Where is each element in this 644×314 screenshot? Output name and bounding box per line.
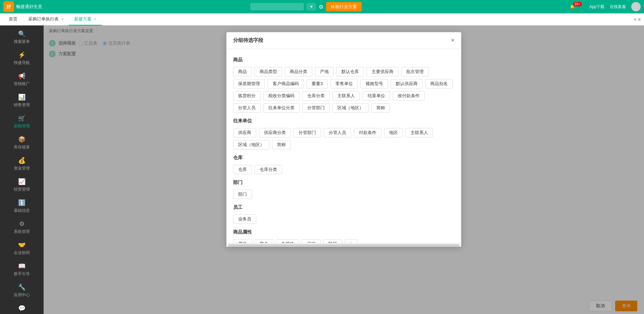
field-tag[interactable]: 仓库分类 [302, 91, 330, 101]
section-title-department: 部门 [233, 180, 454, 186]
field-tag[interactable]: 仓库 [233, 165, 252, 174]
field-tag[interactable]: 部门 [233, 190, 252, 199]
sidebar-label-inventory: 库存核算 [14, 144, 30, 150]
experience-btn[interactable]: 体验行业方案 [326, 2, 362, 11]
sidebar-label-operations: 经营管理 [14, 187, 30, 192]
tab-purchase-order[interactable]: 采购订单执行表 × [23, 13, 69, 25]
nav-more-btn[interactable]: ≡ [638, 17, 641, 22]
guide-icon: 📖 [18, 262, 25, 270]
field-tag[interactable]: 商品类型 [255, 67, 282, 76]
field-tag[interactable]: 默认仓库 [336, 67, 364, 76]
field-tag[interactable]: 简称 [272, 140, 291, 149]
tab-close-purchase[interactable]: × [61, 17, 63, 21]
section-title-product-attr: 商品属性 [233, 229, 454, 235]
field-tags-employee: 业务员 [233, 214, 454, 224]
field-tag[interactable]: 1 [345, 239, 357, 243]
field-tag[interactable]: 分管部门 [302, 103, 330, 113]
sidebar-item-basic-info[interactable]: ℹ️ 基础信息 [0, 196, 44, 217]
system-icon: ⚙ [19, 220, 24, 228]
tab-close-new-plan[interactable]: × [94, 17, 96, 21]
field-tag[interactable]: 简称 [371, 103, 390, 113]
field-tag[interactable]: 属性 [233, 239, 252, 243]
sidebar-item-sales[interactable]: 📊 销售管理 [0, 90, 44, 111]
field-tag[interactable]: 付款条件 [354, 128, 381, 137]
field-tag[interactable]: 重量3 [307, 79, 328, 88]
field-tag[interactable]: 区域（地区） [233, 140, 269, 149]
field-tag[interactable]: 规格型号 [361, 79, 388, 88]
sidebar-label-app-center: 应用中心 [14, 292, 30, 298]
header-search-input[interactable] [250, 3, 304, 10]
field-tag[interactable]: 批次管理 [401, 67, 429, 76]
top-header: 好 畅捷通好生意 ▼ ⚙ 体验行业方案 🔔99+ App下载 在线客服 [0, 0, 644, 13]
field-tag[interactable]: 往来单位分类 [263, 103, 300, 113]
sidebar-item-search-menu[interactable]: 🔍 搜索菜单 [0, 27, 44, 48]
modal-h-scrollbar[interactable] [226, 243, 461, 247]
sidebar-label-system: 系统管理 [14, 229, 30, 235]
modal-overlay: 分组待选字段 × 商品 商品 商品类型 商品分类 产地 默认仓库 主要供应商 批… [44, 25, 644, 314]
sidebar-label-marketing: 营销推广 [14, 81, 30, 87]
field-tag[interactable]: 税收分类编码 [263, 91, 300, 101]
app-download-link[interactable]: App下载 [589, 4, 604, 10]
sidebar-label-finance: 资金管理 [14, 166, 30, 171]
field-tag[interactable]: 结算单位 [363, 91, 390, 101]
field-tag[interactable]: 产地 [315, 67, 334, 76]
sidebar-label-purchase: 采购管理 [14, 123, 30, 129]
field-tags-product: 商品 商品类型 商品分类 产地 默认仓库 主要供应商 批次管理 保质期管理 客户… [233, 67, 454, 113]
field-tag[interactable]: 分管人员 [324, 128, 351, 137]
notification-icon[interactable]: 🔔99+ [570, 4, 584, 9]
sidebar-item-quick-nav[interactable]: ⚡ 快捷导航 [0, 48, 44, 69]
cooperation-icon: 🤝 [18, 241, 25, 249]
sidebar-item-operations[interactable]: 📈 经营管理 [0, 175, 44, 196]
nav-close-btn[interactable]: × [634, 17, 637, 22]
field-tag[interactable]: 分管部门 [293, 128, 321, 137]
field-tag[interactable]: 区域（地区） [332, 103, 369, 113]
field-tag[interactable]: 分管人员 [233, 103, 261, 113]
tab-new-plan[interactable]: 新建方案 × [69, 13, 102, 25]
field-tag[interactable]: 炼货积分 [233, 91, 261, 101]
avatar[interactable] [631, 2, 641, 11]
field-tag[interactable]: 鞋码 [323, 239, 342, 243]
field-tag[interactable]: 尺码 [302, 239, 321, 243]
field-tag[interactable]: 业务员 [233, 214, 256, 224]
modal-close-btn[interactable]: × [451, 37, 454, 44]
tab-home[interactable]: 首页 [3, 13, 23, 25]
field-tag[interactable]: 零售单位 [330, 79, 358, 88]
sidebar-item-wechat[interactable]: 💬 企业微信 [0, 301, 44, 314]
field-tag[interactable]: 主联系人 [406, 128, 433, 137]
sidebar-item-finance[interactable]: 💰 资金管理 [0, 153, 44, 175]
field-tag[interactable]: 主联系人 [332, 91, 360, 101]
field-tag[interactable]: 仓库分类 [255, 165, 282, 174]
field-tag[interactable]: 保质期管理 [233, 79, 265, 88]
section-title-employee: 员工 [233, 204, 454, 210]
field-tag[interactable]: 默认供应商 [391, 79, 423, 88]
sidebar-item-inventory[interactable]: 📦 库存核算 [0, 132, 44, 153]
field-tag[interactable]: 地区 [384, 128, 403, 137]
field-tag[interactable]: 颜色 [255, 239, 273, 243]
content-area: 采购订单执行表方案设置 1 选择模板 汇总表 交叉统计表 2 方案配置 分组待选… [44, 25, 644, 314]
sidebar-label-sales: 销售管理 [14, 102, 30, 108]
online-service-link[interactable]: 在线客服 [610, 4, 626, 10]
field-tag[interactable]: 供应商分类 [259, 128, 291, 137]
basic-info-icon: ℹ️ [18, 199, 25, 206]
field-tag[interactable]: 商品分类 [285, 67, 312, 76]
field-tag[interactable]: 商品 [233, 67, 252, 76]
marketing-icon: 📢 [18, 72, 25, 80]
header-gear-btn[interactable]: ⚙ [319, 4, 323, 10]
field-tag[interactable]: 多规格 [276, 239, 299, 243]
sidebar-label-quick-nav: 快捷导航 [14, 60, 30, 66]
sidebar-item-system[interactable]: ⚙ 系统管理 [0, 217, 44, 238]
section-title-partner: 往来单位 [233, 118, 454, 124]
sidebar-item-app-center[interactable]: 🔧 应用中心 [0, 280, 44, 301]
modal-body: 商品 商品 商品类型 商品分类 产地 默认仓库 主要供应商 批次管理 保质期管理… [226, 49, 461, 243]
sidebar: 🔍 搜索菜单 ⚡ 快捷导航 📢 营销推广 📊 销售管理 🛒 采购管理 📦 库存核… [0, 25, 44, 314]
field-tag[interactable]: 供应商 [233, 128, 256, 137]
sidebar-item-marketing[interactable]: 📢 营销推广 [0, 69, 44, 90]
field-tag[interactable]: 主要供应商 [367, 67, 398, 76]
sidebar-item-purchase[interactable]: 🛒 采购管理 [0, 111, 44, 132]
header-dropdown-btn[interactable]: ▼ [307, 3, 316, 10]
sidebar-item-guide[interactable]: 📖 新手引导 [0, 259, 44, 280]
field-tag[interactable]: 收付款条件 [393, 91, 425, 101]
sidebar-item-cooperation[interactable]: 🤝 企业协同 [0, 238, 44, 259]
field-tag[interactable]: 商品别名 [425, 79, 453, 88]
field-tag[interactable]: 客户商品编码 [268, 79, 304, 88]
